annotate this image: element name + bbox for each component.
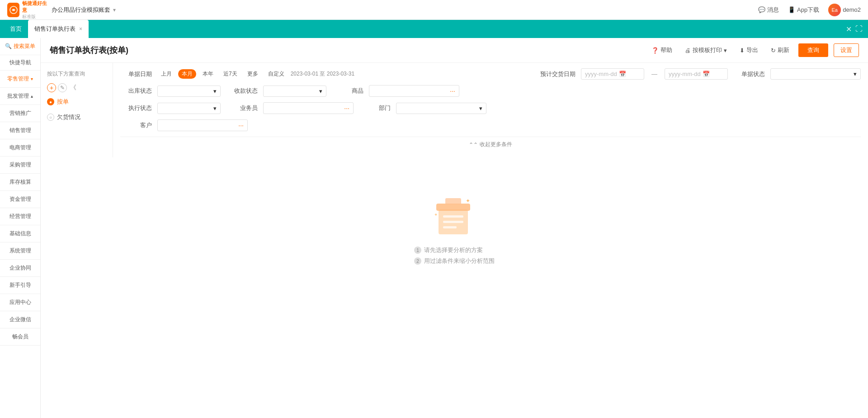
- query-button[interactable]: 查询: [798, 43, 828, 57]
- calendar-icon: 📅: [619, 71, 626, 77]
- sidebar-item-inventory[interactable]: 库存核算: [0, 174, 40, 191]
- filter-edit-button[interactable]: ✎: [58, 83, 67, 92]
- sidebar-item-sales[interactable]: 销售管理: [0, 122, 40, 139]
- sidebar: 🔍 搜索菜单 快捷导航 零售管理 ▾ 批发管理 ▴ 营销推广 销售管理 电商管理…: [0, 38, 41, 418]
- logo-text: 畅捷通好生意 标准版: [22, 0, 48, 20]
- date-btn-more[interactable]: 更多: [244, 69, 262, 79]
- filter-collapse-button[interactable]: 《: [69, 83, 78, 92]
- sidebar-item-purchase[interactable]: 采购管理: [0, 157, 40, 174]
- more-icon[interactable]: ···: [450, 87, 455, 95]
- more-icon[interactable]: ···: [238, 122, 244, 129]
- product-input[interactable]: ···: [369, 85, 459, 97]
- export-button[interactable]: ⬇ 导出: [736, 44, 762, 56]
- sidebar-item-base[interactable]: 基础信息: [0, 225, 40, 242]
- date-label: 单据日期: [120, 70, 152, 78]
- exec-status-select[interactable]: ▾: [157, 103, 221, 114]
- chevron-down-icon: ▾: [479, 105, 482, 112]
- svg-rect-3: [445, 198, 461, 204]
- tab-fullscreen-icon[interactable]: ⛶: [855, 25, 863, 33]
- sidebar-item-system[interactable]: 系统管理: [0, 242, 40, 260]
- page-header: 销售订单执行表(按单) ❓ 帮助 🖨 按模板打印 ▾ ⬇ 导出 ↻ 刷新: [41, 38, 868, 63]
- page-actions: ❓ 帮助 🖨 按模板打印 ▾ ⬇ 导出 ↻ 刷新 查询 设置: [648, 43, 859, 57]
- breadcrumb: 办公用品行业模拟账套: [52, 6, 110, 14]
- doc-status-select[interactable]: ▾: [770, 68, 861, 80]
- chevron-down-icon: ▾: [854, 71, 857, 77]
- chevron-down-icon: ▾: [724, 47, 727, 54]
- sidebar-item-finance[interactable]: 资金管理: [0, 191, 40, 208]
- chevron-down-icon: ▾: [31, 76, 33, 81]
- doc-status-label: 单据状态: [733, 70, 765, 78]
- sidebar-item-ecom[interactable]: 电商管理: [0, 139, 40, 157]
- filter-sidebar: 按以下方案查询 + ✎ 《 ● 按单 ○ 欠货情况: [41, 63, 113, 157]
- help-icon: ❓: [651, 47, 659, 54]
- sidebar-item-marketing[interactable]: 营销推广: [0, 105, 40, 122]
- filter-menu-by-order[interactable]: ● 按单: [41, 94, 113, 109]
- sidebar-item-retail[interactable]: 零售管理 ▾: [0, 71, 40, 88]
- print-icon: 🖨: [685, 47, 691, 54]
- print-button[interactable]: 🖨 按模板打印 ▾: [681, 44, 731, 56]
- sidebar-item-quick-nav[interactable]: 快捷导航: [0, 55, 40, 71]
- empty-hint-2: 2 用过滤条件来缩小分析范围: [414, 257, 495, 265]
- main-layout: 🔍 搜索菜单 快捷导航 零售管理 ▾ 批发管理 ▴ 营销推广 销售管理 电商管理…: [0, 38, 868, 418]
- sidebar-item-wechat[interactable]: 企业微信: [0, 311, 40, 328]
- top-header: 畅捷通好生意 标准版 办公用品行业模拟账套 ▾ 💬 消息 📱 App下载 Ea …: [0, 0, 868, 20]
- svg-text:✦: ✦: [434, 212, 438, 217]
- svg-rect-6: [443, 226, 457, 228]
- date-sep: —: [651, 71, 657, 77]
- refresh-button[interactable]: ↻ 刷新: [767, 44, 793, 56]
- logo-area: 畅捷通好生意 标准版: [7, 0, 48, 20]
- sidebar-item-operations[interactable]: 经营管理: [0, 208, 40, 225]
- date-btn-7days[interactable]: 近7天: [220, 69, 241, 79]
- filter-add-button[interactable]: +: [47, 83, 56, 92]
- logo-icon: [7, 3, 19, 17]
- date-btn-last-month[interactable]: 上月: [157, 69, 175, 79]
- message-button[interactable]: 💬 消息: [758, 6, 779, 14]
- exec-status-label: 执行状态: [120, 104, 152, 112]
- chevron-down-icon[interactable]: ▾: [113, 7, 116, 13]
- filter-row-2: 出库状态 ▾ 收款状态 ▾ 商品 ···: [120, 85, 861, 97]
- customer-input[interactable]: ···: [157, 119, 248, 131]
- date-btn-this-month[interactable]: 本月: [178, 69, 196, 79]
- shipping-status-select[interactable]: ▾: [157, 86, 221, 97]
- empty-state: ✦ ✦ 1 请先选择要分析的方案 2 用过滤条件来缩小分析范围: [41, 157, 868, 301]
- filter-row-3: 执行状态 ▾ 业务员 ··· 部门 ▾: [120, 102, 861, 114]
- avatar: Ea: [828, 4, 841, 16]
- payment-status-select[interactable]: ▾: [263, 86, 326, 97]
- dept-label: 部门: [359, 104, 391, 112]
- settings-button[interactable]: 设置: [834, 43, 859, 57]
- filter-menu-by-debt[interactable]: ○ 欠货情况: [41, 109, 113, 125]
- empty-hints: 1 请先选择要分析的方案 2 用过滤条件来缩小分析范围: [414, 246, 495, 265]
- date-range-text: 2023-03-01 至 2023-03-31: [291, 70, 354, 78]
- expected-date-to[interactable]: yyyy-mm-dd 📅: [665, 68, 728, 80]
- expected-date-from[interactable]: yyyy-mm-dd 📅: [581, 68, 644, 80]
- tab-close-icon[interactable]: ×: [79, 26, 82, 32]
- tab-close-window-icon[interactable]: ✕: [846, 25, 852, 33]
- filter-row-1: 单据日期 上月 本月 本年 近7天 更多 自定义 2023-03-01 至 20…: [120, 68, 861, 80]
- chevron-up-icon: ⌃⌃: [469, 142, 478, 148]
- more-icon[interactable]: ···: [344, 104, 349, 112]
- svg-rect-2: [436, 204, 470, 211]
- help-button[interactable]: ❓ 帮助: [648, 44, 676, 56]
- sidebar-search[interactable]: 🔍 搜索菜单: [0, 38, 40, 55]
- sidebar-item-enterprise[interactable]: 企业协同: [0, 260, 40, 277]
- sidebar-item-newbie[interactable]: 新手引导: [0, 277, 40, 294]
- collapse-button[interactable]: ⌃⌃ 收起更多条件: [469, 141, 512, 148]
- filter-main: 单据日期 上月 本月 本年 近7天 更多 自定义 2023-03-01 至 20…: [113, 63, 868, 157]
- app-download-button[interactable]: 📱 App下载: [788, 6, 819, 14]
- sidebar-item-wholesale[interactable]: 批发管理 ▴: [0, 88, 40, 105]
- salesperson-input[interactable]: ···: [263, 102, 354, 114]
- tab-sales-exec[interactable]: 销售订单执行表 ×: [28, 20, 89, 38]
- message-icon: 💬: [758, 6, 765, 13]
- dept-select[interactable]: ▾: [396, 103, 486, 114]
- date-btn-this-year[interactable]: 本年: [199, 69, 217, 79]
- content-area: 销售订单执行表(按单) ❓ 帮助 🖨 按模板打印 ▾ ⬇ 导出 ↻ 刷新: [41, 38, 868, 418]
- search-icon: 🔍: [5, 43, 12, 49]
- sidebar-item-appstore[interactable]: 应用中心: [0, 294, 40, 311]
- svg-text:✦: ✦: [466, 198, 470, 204]
- sidebar-item-vip[interactable]: 畅会员: [0, 328, 40, 346]
- user-avatar-button[interactable]: Ea demo2: [828, 4, 861, 16]
- filter-row-4: 客户 ···: [120, 119, 861, 131]
- date-btn-custom[interactable]: 自定义: [264, 69, 288, 79]
- refresh-icon: ↻: [771, 47, 776, 54]
- tab-home[interactable]: 首页: [4, 20, 28, 38]
